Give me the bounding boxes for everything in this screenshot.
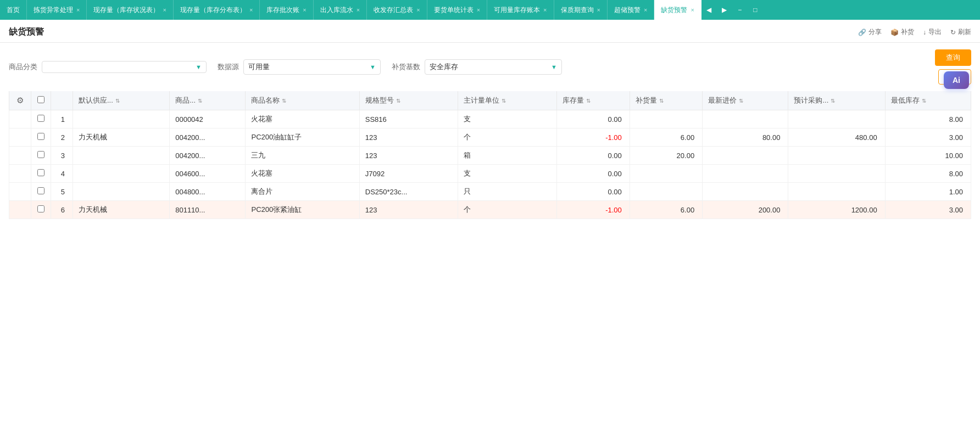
tab-inventory-status[interactable]: 现存量（库存状况表） ×	[87, 0, 173, 20]
tab-overstock-warning[interactable]: 超储预警 ×	[608, 0, 654, 20]
table-row[interactable]: 5 004800... 离合片 DS250*23c... 只 0.00 1.00	[9, 183, 971, 201]
row-index: 6	[51, 201, 73, 219]
tab-inventory-distribution[interactable]: 现存量（库存分布表） ×	[174, 0, 260, 20]
replenish-base-filter-group: 补货基数 安全库存 ▼	[392, 59, 562, 75]
tab-available-ledger[interactable]: 可用量库存账本 ×	[487, 0, 554, 20]
replenish-base-select[interactable]: 安全库存 ▼	[425, 59, 562, 75]
tab-inout-flow[interactable]: 出入库流水 ×	[314, 0, 367, 20]
replenish-button[interactable]: 📦 补货	[890, 27, 914, 37]
row-checkbox[interactable]	[37, 187, 44, 194]
row-min-stock: 10.00	[885, 147, 971, 165]
row-stock-qty: 0.00	[557, 147, 630, 165]
tab-shelf-life[interactable]: 保质期查询 ×	[554, 0, 608, 20]
row-min-stock: 1.00	[885, 183, 971, 201]
tab-home[interactable]: 首页	[0, 0, 27, 20]
row-replenish-qty	[630, 183, 702, 201]
row-stock-qty: 0.00	[557, 110, 630, 128]
sort-icon-code: ⇅	[198, 98, 202, 104]
table-row[interactable]: 1 0000042 火花塞 SS816 支 0.00 8.00	[9, 110, 971, 128]
tab-maximize[interactable]: □	[748, 0, 763, 20]
ai-button[interactable]: Ai	[944, 71, 969, 89]
category-select[interactable]: ▼	[42, 61, 207, 73]
th-latest-price[interactable]: 最新进价 ⇅	[703, 91, 788, 110]
th-checkbox[interactable]	[31, 91, 51, 110]
tab-picking-exception[interactable]: 拣货异常处理 ×	[27, 0, 87, 20]
row-stock-qty: -1.00	[557, 128, 630, 147]
tab-inventory-status-close[interactable]: ×	[163, 7, 166, 13]
row-checkbox-cell[interactable]	[31, 165, 51, 183]
tab-inout-flow-close[interactable]: ×	[357, 7, 360, 13]
th-default-supplier[interactable]: 默认供应... ⇅	[73, 91, 170, 110]
tab-shortage-warning[interactable]: 缺货预警 ×	[654, 0, 701, 20]
th-stock-qty[interactable]: 库存量 ⇅	[557, 91, 630, 110]
row-checkbox[interactable]	[37, 169, 44, 176]
th-unit[interactable]: 主计量单位 ⇅	[458, 91, 557, 110]
row-estimated-purchase: 1200.00	[788, 201, 885, 219]
share-button[interactable]: 🔗 分享	[858, 27, 882, 37]
sort-icon-estimated: ⇅	[831, 98, 835, 104]
table-row[interactable]: 3 004200... 三九 123 箱 0.00 20.00 10.00	[9, 147, 971, 165]
main-content: 缺货预警 🔗 分享 📦 补货 ↓ 导出 ↻ 刷新 商品分类	[0, 20, 980, 437]
table-row[interactable]: 6 力天机械 801110... PC200张紧油缸 123 个 -1.00 6…	[9, 201, 971, 219]
tab-minimize[interactable]: −	[732, 0, 748, 20]
tab-shortage-warning-close[interactable]: ×	[691, 7, 694, 13]
row-checkbox-cell[interactable]	[31, 147, 51, 165]
tab-overstock-warning-close[interactable]: ×	[644, 7, 647, 13]
table-row[interactable]: 2 力天机械 004200... PC200油缸缸子 123 个 -1.00 6…	[9, 128, 971, 147]
row-latest-price: 80.00	[703, 128, 788, 147]
tab-collection-summary[interactable]: 收发存汇总表 ×	[367, 0, 427, 20]
row-checkbox[interactable]	[37, 115, 44, 122]
row-checkbox[interactable]	[37, 205, 44, 212]
row-latest-price	[703, 183, 788, 201]
row-estimated-purchase	[788, 183, 885, 201]
th-gear[interactable]: ⚙	[9, 91, 31, 110]
gear-icon[interactable]: ⚙	[16, 96, 24, 105]
tab-collection-summary-close[interactable]: ×	[416, 7, 420, 13]
row-estimated-purchase	[788, 110, 885, 128]
th-replenish-qty[interactable]: 补货量 ⇅	[630, 91, 702, 110]
th-min-stock[interactable]: 最低库存 ⇅	[885, 91, 971, 110]
replenish-base-chevron: ▼	[551, 64, 557, 70]
th-product-name[interactable]: 商品名称 ⇅	[246, 91, 359, 110]
row-checkbox-cell[interactable]	[31, 128, 51, 147]
row-spec: J7092	[359, 165, 458, 183]
replenish-base-value: 安全库存	[430, 62, 458, 72]
row-stock-qty: -1.00	[557, 201, 630, 219]
table-row[interactable]: 4 004600... 火花塞 J7092 支 0.00 8.00	[9, 165, 971, 183]
row-product-code: 0000042	[170, 110, 246, 128]
th-product-code[interactable]: 商品... ⇅	[170, 91, 246, 110]
datasource-select[interactable]: 可用量 ▼	[243, 59, 381, 75]
query-button[interactable]: 查询	[935, 49, 971, 66]
row-latest-price	[703, 110, 788, 128]
row-checkbox-cell[interactable]	[31, 110, 51, 128]
share-icon: 🔗	[858, 29, 866, 36]
row-estimated-purchase	[788, 147, 885, 165]
row-checkbox[interactable]	[37, 133, 44, 140]
page-title: 缺货预警	[9, 26, 44, 38]
export-button[interactable]: ↓ 导出	[923, 27, 942, 37]
tab-shelf-life-close[interactable]: ×	[597, 7, 600, 13]
row-spec: SS816	[359, 110, 458, 128]
tab-inventory-distribution-close[interactable]: ×	[249, 7, 253, 13]
select-all-checkbox[interactable]	[37, 96, 44, 103]
tab-picking-exception-close[interactable]: ×	[76, 7, 80, 13]
tab-batch-account-close[interactable]: ×	[303, 7, 306, 13]
tab-available-ledger-close[interactable]: ×	[543, 7, 547, 13]
row-gear	[9, 110, 31, 128]
category-chevron: ▼	[196, 64, 202, 70]
refresh-button[interactable]: ↻ 刷新	[950, 27, 971, 37]
row-checkbox-cell[interactable]	[31, 201, 51, 219]
row-checkbox[interactable]	[37, 151, 44, 158]
row-checkbox-cell[interactable]	[31, 183, 51, 201]
th-spec[interactable]: 规格型号 ⇅	[359, 91, 458, 110]
tab-batch-account[interactable]: 库存批次账 ×	[260, 0, 313, 20]
row-unit: 只	[458, 183, 557, 201]
tab-nav-prev[interactable]: ◀	[701, 0, 717, 20]
th-estimated-purchase[interactable]: 预计采购... ⇅	[788, 91, 885, 110]
row-product-code: 004200...	[170, 147, 246, 165]
tab-order-stats[interactable]: 要货单统计表 ×	[427, 0, 487, 20]
tab-order-stats-close[interactable]: ×	[477, 7, 480, 13]
row-supplier	[73, 183, 170, 201]
row-product-name: 三九	[246, 147, 359, 165]
tab-nav-next[interactable]: ▶	[717, 0, 732, 20]
